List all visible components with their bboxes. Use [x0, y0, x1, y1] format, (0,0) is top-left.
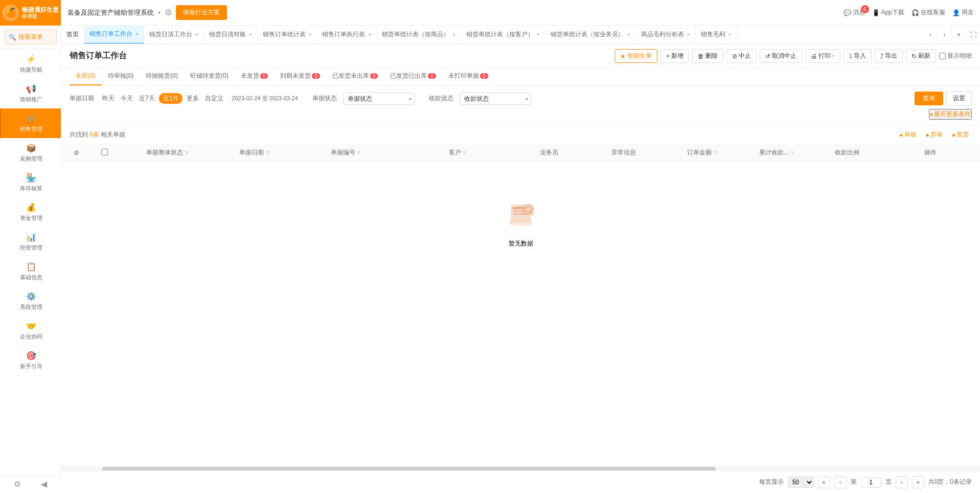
cancel-review-label: 弃审 — [930, 130, 943, 139]
search-menu-button[interactable]: 🔍 搜索菜单 — [4, 30, 57, 44]
tab-sales-exec[interactable]: 销售订单执行表 × — [317, 26, 377, 44]
tab-sales-staff[interactable]: 销货单统计表（按业务员） × — [545, 26, 636, 44]
page-number-input[interactable] — [861, 477, 881, 487]
cancel-stop-button[interactable]: ↺ 取消中止 — [760, 49, 802, 63]
sort-icon-status[interactable]: ⇅ — [185, 150, 189, 155]
tab-cash-account-close[interactable]: × — [249, 32, 252, 37]
sidebar-item-finance[interactable]: 💰 资金管理 — [0, 197, 61, 227]
settings-icon[interactable]: ⚙ — [14, 479, 21, 489]
tab-sales-stats[interactable]: 销售订单统计表 × — [258, 26, 317, 44]
subtab-pending-check[interactable]: 待抽验货(0) — [140, 68, 184, 85]
show-detail-checkbox-label[interactable]: 显示明细 — [939, 52, 972, 60]
sort-icon-num[interactable]: ⇅ — [357, 150, 361, 155]
sidebar-item-business[interactable]: 📊 经营管理 — [0, 227, 61, 257]
scrollbar-thumb[interactable] — [102, 467, 716, 470]
online-service-button[interactable]: 🎧 在线客服 — [911, 8, 945, 17]
tab-sales-order[interactable]: 销售订单工作台 × — [84, 26, 144, 44]
topbar-dropdown-icon[interactable]: ▾ — [158, 10, 161, 15]
date-today[interactable]: 今天 — [119, 93, 135, 104]
tab-sales-product-close[interactable]: × — [452, 32, 455, 37]
import-button[interactable]: ⤵ 导入 — [844, 49, 872, 63]
delete-button[interactable]: 🗑 删除 — [692, 49, 723, 63]
tab-cash-account[interactable]: 钱货日清对账 × — [204, 26, 258, 44]
show-detail-checkbox[interactable] — [939, 53, 946, 59]
sidebar-item-basic-info[interactable]: 📋 基础信息 — [0, 257, 61, 286]
sidebar-item-system[interactable]: ⚙️ 系统管理 — [0, 286, 61, 316]
tab-sales-summary[interactable]: 销售毛利 × — [696, 26, 737, 44]
sort-icon-date[interactable]: ⇅ — [266, 150, 270, 155]
subtab-all[interactable]: 全部(0) — [70, 68, 102, 85]
date-1month[interactable]: 近1月 — [159, 93, 183, 104]
setting-button[interactable]: 设置 — [946, 91, 972, 106]
cancel-review-action-button[interactable]: ● 弃审 — [923, 129, 946, 140]
column-settings-icon[interactable]: ⚙ — [74, 149, 79, 156]
chevron-down-icon: ▾ — [930, 111, 933, 118]
date-more[interactable]: 更多 — [185, 93, 201, 104]
subtab-shipped-not-out[interactable]: 已发货未出库0 — [326, 68, 384, 85]
sidebar-item-purchase[interactable]: 📦 采购管理 — [0, 138, 61, 168]
date-custom[interactable]: 自定义 — [203, 93, 225, 104]
date-7days[interactable]: 近7天 — [137, 93, 157, 104]
tab-fullscreen-button[interactable]: ⛶ — [966, 26, 980, 44]
tab-sales-exec-close[interactable]: × — [368, 32, 371, 37]
export-button[interactable]: ⤴ 导出 — [875, 49, 903, 63]
sidebar-item-sales[interactable]: 🛒 销售管理 — [0, 108, 61, 138]
message-button[interactable]: 💬 消息 6 — [844, 8, 865, 17]
tab-sales-customer-close[interactable]: × — [537, 32, 540, 37]
page-next-button[interactable]: › — [896, 476, 908, 488]
sidebar-item-cooperation[interactable]: 🤝 企业协同 — [0, 316, 61, 346]
select-all-checkbox[interactable] — [101, 149, 108, 155]
refresh-button[interactable]: ↻ 刷新 — [906, 49, 936, 63]
subtab-unprinted[interactable]: 未打印单据0 — [442, 68, 494, 85]
tab-sales-customer[interactable]: 销货单统计表（按客户） × — [461, 26, 545, 44]
subtab-overdue[interactable]: 到期未发货0 — [274, 68, 326, 85]
tab-cash-daily[interactable]: 钱货日清工作台 × — [144, 26, 204, 44]
tab-sales-summary-close[interactable]: × — [728, 32, 732, 37]
sidebar-item-guide[interactable]: 🎯 新手引导 — [0, 346, 61, 375]
sidebar-item-quick-nav[interactable]: ⚡ 快捷导航 — [0, 49, 61, 79]
review-action-button[interactable]: ● 审核 — [896, 129, 919, 140]
print-button[interactable]: 🖨 打印 ▾ — [805, 49, 840, 63]
col-customer-label: 客户 — [449, 149, 461, 156]
payment-select[interactable]: 收款状态 — [460, 93, 531, 105]
sort-icon-amount[interactable]: ⇅ — [713, 150, 717, 155]
sort-icon-customer[interactable]: ⇅ — [463, 150, 467, 155]
user-button[interactable]: 👤 用友 — [952, 8, 974, 17]
trial-button[interactable]: 体验行业方案 — [176, 5, 227, 20]
sort-icon-collected[interactable]: ⇅ — [790, 150, 794, 155]
page-last-button[interactable]: » — [912, 476, 924, 488]
subtab-wangpu[interactable]: 旺铺待发货(0) — [184, 68, 235, 85]
subtab-shipped-out[interactable]: 已发货已出库0 — [384, 68, 442, 85]
query-button[interactable]: 查询 — [915, 92, 943, 105]
new-button[interactable]: + 新增 — [660, 49, 689, 63]
horizontal-scrollbar[interactable] — [61, 466, 980, 470]
subtab-unshipped[interactable]: 未发货0 — [235, 68, 275, 85]
tab-sales-order-close[interactable]: × — [135, 31, 139, 37]
topbar-gear-icon[interactable]: ⚙ — [165, 8, 172, 17]
date-yesterday[interactable]: 昨天 — [100, 93, 117, 104]
tab-gross-margin-close[interactable]: × — [687, 32, 690, 37]
ai-generate-button[interactable]: ★ 智能生单 — [614, 49, 657, 63]
collapse-icon[interactable]: ◀ — [41, 479, 47, 489]
tab-home[interactable]: 首页 — [61, 26, 84, 44]
status-select[interactable]: 单据状态 — [343, 93, 415, 105]
tab-close-all-button[interactable]: × — [951, 26, 966, 44]
page-prev-button[interactable]: ‹ — [834, 476, 847, 488]
sidebar-item-marketing[interactable]: 📢 营销推广 — [0, 79, 61, 108]
ship-action-button[interactable]: ● 发货 — [949, 129, 972, 140]
page-first-button[interactable]: « — [818, 476, 830, 488]
page-size-select[interactable]: 10 20 50 100 — [788, 477, 814, 488]
expand-filter-button[interactable]: ▾ 展开更多条件 — [929, 109, 972, 120]
tab-gross-margin[interactable]: 商品毛利分析表 × — [636, 26, 696, 44]
tab-sales-product[interactable]: 销货单统计表（按商品） × — [377, 26, 461, 44]
tab-next-button[interactable]: › — [937, 26, 951, 44]
app-download-button[interactable]: 📱 App下载 — [872, 8, 904, 17]
sidebar-item-inventory[interactable]: 🏪 库存核算 — [0, 168, 61, 197]
tab-sales-stats-close[interactable]: × — [309, 32, 312, 37]
tab-cash-daily-close[interactable]: × — [195, 32, 198, 37]
subtab-pending-review[interactable]: 待审核(0) — [102, 68, 140, 85]
tab-sales-staff-close[interactable]: × — [627, 32, 630, 37]
table-scroll-area[interactable]: ⚙ 单据整体状态 ⇅ 单据日期 — [61, 144, 980, 466]
tab-prev-button[interactable]: ‹ — [923, 26, 937, 44]
stop-button[interactable]: ⊘ 中止 — [726, 49, 757, 63]
